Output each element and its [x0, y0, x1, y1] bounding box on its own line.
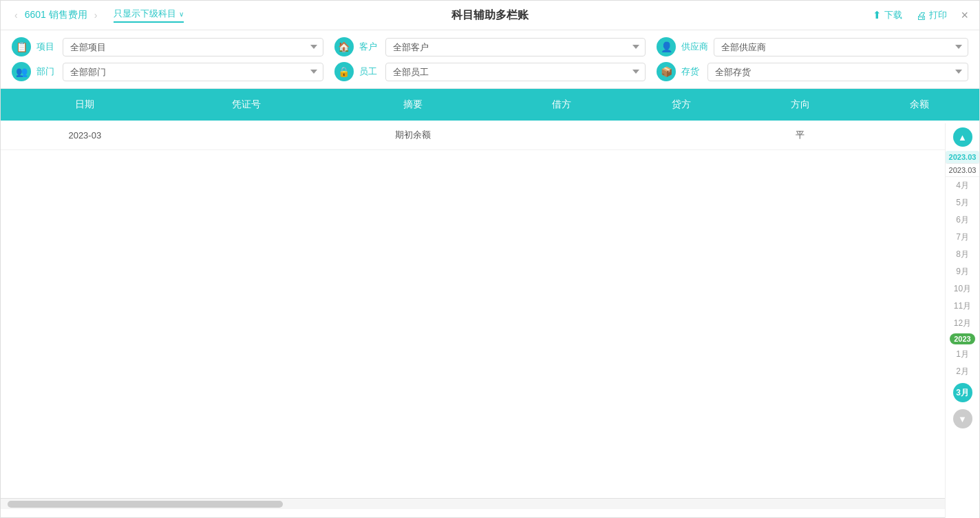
- employee-select[interactable]: 全部员工: [385, 63, 646, 81]
- filter-supplier: 👤 供应商 全部供应商: [657, 37, 968, 56]
- year-badge: 2023: [950, 333, 974, 344]
- right-timeline: ▲ 2023.03 2023.03 4月 5月 6月 7月 8月 9月 10月 …: [945, 123, 979, 518]
- timeline-month-7[interactable]: 7月: [946, 229, 979, 246]
- timeline-month-10[interactable]: 10月: [946, 280, 979, 298]
- project-select[interactable]: 全部项目: [63, 38, 323, 56]
- top-actions: ⬆ 下载 🖨 打印: [873, 9, 947, 21]
- col-date: 日期: [1, 89, 169, 121]
- inventory-icon: 📦: [657, 62, 676, 81]
- timeline-month-9[interactable]: 9月: [946, 263, 979, 280]
- scrollbar-thumb: [8, 501, 283, 508]
- download-label: 下载: [884, 9, 902, 21]
- next-nav-arrow[interactable]: ›: [92, 8, 100, 22]
- col-direction: 方向: [741, 89, 860, 121]
- show-sub-label: 只显示下级科目: [114, 8, 176, 20]
- employee-icon: 🔒: [334, 62, 354, 81]
- print-label: 打印: [929, 9, 947, 21]
- filter-inventory: 📦 存货 全部存货: [657, 62, 968, 81]
- timeline-month-12[interactable]: 12月: [946, 315, 979, 332]
- close-button[interactable]: ×: [961, 8, 968, 23]
- filter-employee: 🔒 员工 全部员工: [334, 62, 646, 81]
- timeline-up-arrow[interactable]: ▲: [953, 127, 972, 147]
- horizontal-scrollbar[interactable]: [1, 498, 979, 509]
- col-voucher: 凭证号: [169, 89, 323, 121]
- timeline-month-3-container: 3月: [953, 383, 972, 402]
- main-window: ‹ 6601 销售费用 › 只显示下级科目 ∨ 科目辅助多栏账 ⬆ 下载 🖨 打…: [0, 0, 980, 518]
- inventory-select[interactable]: 全部存货: [707, 63, 968, 81]
- dept-label: 部门: [36, 65, 57, 78]
- timeline-month-8[interactable]: 8月: [946, 246, 979, 263]
- cell-debit: [502, 121, 621, 150]
- nav-section: ‹ 6601 销售费用 ›: [12, 8, 100, 22]
- customer-select[interactable]: 全部客户: [385, 38, 646, 56]
- supplier-label: 供应商: [681, 41, 708, 53]
- dept-select[interactable]: 全部部门: [63, 63, 323, 81]
- timeline-2023-03-second[interactable]: 2023.03: [946, 164, 979, 177]
- down-arrow-icon: ▼: [958, 414, 967, 424]
- table-row: 2023-03 期初余额 平: [1, 121, 979, 150]
- show-sub-button[interactable]: 只显示下级科目 ∨: [114, 8, 184, 23]
- ledger-table: 日期 凭证号 摘要 借方 贷方 方向 余额 2023-03 期初余额: [1, 89, 979, 150]
- customer-icon: 🏠: [334, 37, 354, 56]
- print-icon: 🖨: [916, 10, 926, 21]
- timeline-month-4[interactable]: 4月: [946, 177, 979, 194]
- download-button[interactable]: ⬆ 下载: [873, 9, 902, 21]
- cell-voucher: [169, 121, 323, 150]
- up-arrow-icon: ▲: [958, 132, 967, 143]
- timeline-month-5[interactable]: 5月: [946, 194, 979, 211]
- inventory-label: 存货: [681, 65, 702, 78]
- account-code-label: 6601 销售费用: [25, 9, 87, 21]
- cell-direction: 平: [741, 121, 860, 150]
- table-header: 日期 凭证号 摘要 借方 贷方 方向 余额: [1, 89, 979, 121]
- col-balance: 余额: [860, 89, 979, 121]
- filter-customer: 🏠 客户 全部客户: [334, 37, 646, 56]
- timeline-month-1[interactable]: 1月: [946, 346, 979, 363]
- chevron-down-icon: ∨: [179, 10, 184, 18]
- top-bar: ‹ 6601 销售费用 › 只显示下级科目 ∨ 科目辅助多栏账 ⬆ 下载 🖨 打…: [1, 1, 979, 30]
- page-title: 科目辅助多栏账: [451, 8, 529, 23]
- timeline-month-2[interactable]: 2月: [946, 363, 979, 380]
- timeline-2023-03-first[interactable]: 2023.03: [946, 151, 979, 164]
- col-credit: 贷方: [621, 89, 741, 121]
- cell-credit: [621, 121, 741, 150]
- supplier-icon: 👤: [657, 37, 676, 56]
- table-container: 日期 凭证号 摘要 借方 贷方 方向 余额 2023-03 期初余额: [1, 89, 979, 509]
- col-summary: 摘要: [323, 89, 502, 121]
- timeline-month-6[interactable]: 6月: [946, 211, 979, 229]
- download-icon: ⬆: [873, 9, 882, 21]
- filter-area: 📋 项目 全部项目 🏠 客户 全部客户 👤 供应商 全部供应商 👥 部门 全: [1, 30, 979, 89]
- prev-nav-arrow[interactable]: ‹: [12, 8, 21, 22]
- employee-label: 员工: [359, 65, 380, 78]
- col-debit: 借方: [502, 89, 621, 121]
- filter-dept: 👥 部门 全部部门: [12, 62, 323, 81]
- timeline-month-11[interactable]: 11月: [946, 298, 979, 315]
- cell-date: 2023-03: [1, 121, 169, 150]
- project-icon: 📋: [12, 37, 31, 56]
- cell-summary: 期初余额: [323, 121, 502, 150]
- filter-project: 📋 项目 全部项目: [12, 37, 323, 56]
- customer-label: 客户: [359, 41, 380, 53]
- timeline-month-3-selected[interactable]: 3月: [953, 383, 972, 402]
- supplier-select[interactable]: 全部供应商: [714, 38, 968, 56]
- timeline-down-arrow[interactable]: ▼: [953, 409, 972, 428]
- dept-icon: 👥: [12, 62, 31, 81]
- print-button[interactable]: 🖨 打印: [916, 9, 947, 21]
- project-label: 项目: [36, 41, 57, 53]
- table-body: 2023-03 期初余额 平: [1, 121, 979, 150]
